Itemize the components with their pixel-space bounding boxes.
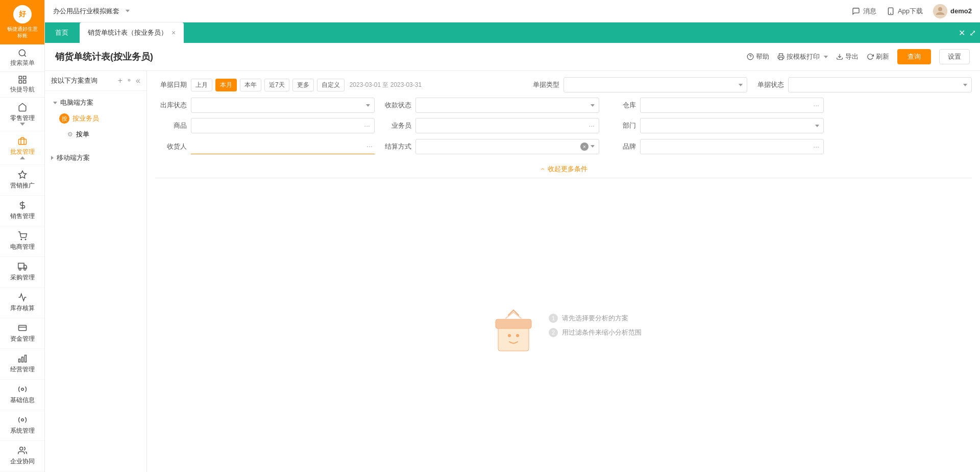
filter-row-2: 出库状态 收款状态 仓库: [155, 98, 972, 113]
settle-select[interactable]: ×: [415, 139, 599, 154]
empty-state: 1 请先选择要分析的方案 2 用过滤条件来缩小分析范围: [485, 300, 642, 351]
message-btn[interactable]: 消息: [852, 7, 876, 16]
date-btn-7days[interactable]: 近7天: [264, 79, 289, 91]
topbar-right: 消息 App下载 demo2: [852, 4, 972, 18]
svg-rect-16: [24, 355, 26, 362]
setting-button[interactable]: 设置: [939, 49, 970, 64]
export-btn[interactable]: 导出: [836, 52, 859, 61]
group-label: 移动端方案: [57, 153, 90, 162]
svg-point-0: [19, 50, 25, 56]
sidebar-item-label: 零售管理: [10, 114, 35, 123]
hint-num-2: 2: [549, 328, 558, 337]
voucher-type-select[interactable]: [564, 77, 747, 92]
sidebar-item-purchase[interactable]: 采购管理: [0, 257, 44, 288]
date-btn-lastmonth[interactable]: 上月: [191, 79, 212, 91]
app-name: 畅捷通好生意: [7, 26, 38, 32]
panel-header: 按以下方案查询 + «: [45, 71, 146, 91]
svg-point-39: [508, 334, 511, 337]
inventory-icon: [18, 293, 27, 302]
voucher-status-select[interactable]: [788, 77, 972, 92]
voucher-status-label: 单据状态: [747, 80, 788, 89]
user-avatar[interactable]: demo2: [933, 4, 972, 18]
sidebar-item-retail[interactable]: 零售管理: [0, 98, 44, 131]
warehouse-label: 仓库: [599, 101, 640, 110]
group-toggle-icon: [51, 156, 54, 160]
dept-chevron: [815, 125, 819, 127]
app-download-btn[interactable]: App下载: [887, 7, 923, 16]
refresh-label: 刷新: [876, 52, 889, 61]
sidebar-quicknav-label: 快捷导航: [10, 85, 35, 94]
query-button[interactable]: 查询: [897, 49, 931, 64]
add-plan-btn[interactable]: +: [118, 76, 122, 85]
receive-status-select[interactable]: [415, 98, 599, 113]
collapse-panel-btn[interactable]: «: [136, 76, 140, 85]
help-btn[interactable]: 帮助: [747, 52, 769, 61]
sidebar-item-marketing[interactable]: 营销推广: [0, 165, 44, 196]
plan-group-desktop-header[interactable]: 电脑端方案: [45, 95, 146, 110]
message-label: 消息: [863, 7, 876, 16]
tabbar-close-icon[interactable]: ✕: [959, 28, 965, 38]
salesperson-select[interactable]: ···: [415, 118, 599, 133]
plan-item-salesperson[interactable]: 按 按业务员: [45, 110, 146, 127]
dept-select[interactable]: [640, 118, 824, 133]
tab-home[interactable]: 首页: [45, 22, 79, 43]
print-label: 按模板打印: [787, 52, 820, 61]
plan-group-mobile: 移动端方案: [45, 146, 146, 170]
account-dropdown[interactable]: 办公用品行业模拟账套: [53, 7, 119, 16]
warehouse-select[interactable]: ···: [640, 98, 824, 113]
chevron-down-icon: [20, 123, 25, 126]
hint-num-1: 1: [549, 314, 558, 323]
ecommerce-icon: [18, 231, 27, 241]
svg-point-20: [21, 419, 23, 421]
basic-icon: [18, 385, 27, 394]
tabbar-expand-icon[interactable]: ⤢: [969, 28, 976, 38]
tab-active[interactable]: 销货单统计表（按业务员） ×: [80, 22, 184, 43]
settle-clear-btn[interactable]: ×: [580, 143, 589, 151]
consignee-label: 收货人: [155, 142, 191, 151]
sidebar-item-label: 批发管理: [10, 148, 35, 156]
brand-select[interactable]: ···: [640, 139, 824, 154]
sidebar-item-operation[interactable]: 经营管理: [0, 349, 44, 380]
salesperson-more-icon: ···: [589, 122, 595, 130]
sidebar-item-wholesale[interactable]: 批发管理: [0, 131, 44, 165]
refresh-btn[interactable]: 刷新: [867, 52, 889, 61]
sidebar: 好 畅捷通好生意 标账 搜索菜单 快捷导航 零售管理 批发管理 营销推广 销售管…: [0, 0, 45, 472]
date-btn-thisyear[interactable]: 本年: [240, 79, 261, 91]
hint-text-2: 用过滤条件来缩小分析范围: [562, 328, 642, 337]
plan-group-mobile-header[interactable]: 移动端方案: [45, 150, 146, 166]
sidebar-search[interactable]: 搜索菜单: [0, 44, 44, 72]
collapse-btn[interactable]: 收起更多条件: [155, 160, 972, 178]
sidebar-item-label: 系统管理: [10, 427, 35, 435]
avatar-img: [933, 4, 947, 18]
date-btn-more[interactable]: 更多: [292, 79, 314, 91]
date-btn-thismonth[interactable]: 本月: [215, 79, 237, 91]
sidebar-item-inventory[interactable]: 库存核算: [0, 288, 44, 318]
sidebar-item-basic[interactable]: 基础信息: [0, 380, 44, 410]
sidebar-nav-quicklinks[interactable]: 快捷导航: [0, 72, 44, 98]
select-chevron: [739, 84, 743, 86]
consignee-input[interactable]: [193, 138, 364, 154]
print-btn[interactable]: 按模板打印: [777, 52, 828, 61]
goods-select[interactable]: ···: [191, 118, 375, 133]
sidebar-item-finance[interactable]: 资金管理: [0, 318, 44, 349]
sidebar-item-sales[interactable]: 销售管理: [0, 196, 44, 226]
svg-rect-17: [21, 357, 23, 362]
svg-point-12: [19, 268, 21, 270]
tab-close-btn[interactable]: ×: [172, 29, 176, 37]
voucher-type-label: 单据类型: [523, 80, 564, 89]
download-icon: [887, 7, 895, 15]
warehouse-more-icon: ···: [813, 101, 819, 109]
tabbar-right: ✕ ⤢: [959, 28, 980, 38]
sidebar-logo[interactable]: 好 畅捷通好生意 标账: [0, 0, 44, 44]
sidebar-item-ecommerce[interactable]: 电商管理: [0, 226, 44, 257]
edit-plan-btn[interactable]: [126, 77, 133, 85]
empty-illustration: [485, 300, 536, 351]
page-actions: 帮助 按模板打印 导出 刷新 查询 设置: [747, 49, 970, 70]
date-btn-custom[interactable]: 自定义: [317, 79, 345, 91]
plan-sub-item-by-order[interactable]: ⚙ 按单: [45, 127, 146, 142]
goods-more-icon: ···: [364, 122, 370, 130]
stock-status-select[interactable]: [191, 98, 375, 113]
sidebar-item-system[interactable]: 系统管理: [0, 410, 44, 441]
empty-hints: 1 请先选择要分析的方案 2 用过滤条件来缩小分析范围: [549, 314, 642, 337]
sidebar-item-enterprise[interactable]: 企业协同: [0, 441, 44, 471]
